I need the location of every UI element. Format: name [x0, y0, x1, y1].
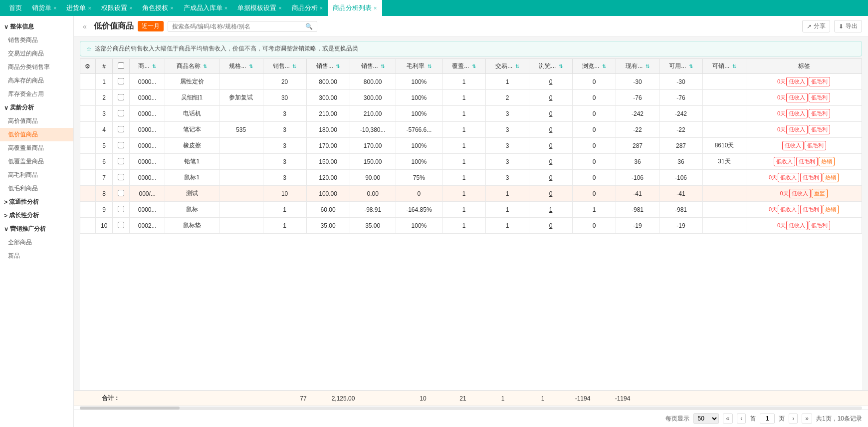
sidebar-group-flow[interactable]: > 流通性分析 [0, 195, 73, 209]
close-icon[interactable]: × [129, 5, 132, 11]
td-checkbox[interactable] [113, 186, 130, 202]
export-button[interactable]: ⬇ 导出 [834, 20, 862, 32]
sidebar-item-traded-goods[interactable]: 交易过的商品 [0, 47, 73, 60]
browse1-link[interactable]: 1 [549, 206, 553, 213]
th-stock[interactable]: 现有... ⇅ [616, 59, 659, 74]
sidebar-item-high-margin[interactable]: 高毛利商品 [0, 168, 73, 182]
th-code[interactable]: 商... ⇅ [130, 59, 165, 74]
th-sales3[interactable]: 销售... ⇅ [350, 59, 396, 74]
th-sales2[interactable]: 销售... ⇅ [306, 59, 350, 74]
nav-sales[interactable]: 销货单 × [27, 0, 61, 16]
last-page-btn[interactable]: » [802, 414, 812, 424]
nav-home[interactable]: 首页 [4, 0, 27, 16]
td-browse1[interactable]: 0 [529, 106, 573, 122]
td-checkbox[interactable] [113, 74, 130, 90]
td-browse1[interactable]: 0 [529, 154, 573, 170]
td-checkbox[interactable] [113, 170, 130, 186]
sidebar-item-category-sales[interactable]: 商品分类销售率 [0, 60, 73, 74]
td-checkbox[interactable] [113, 122, 130, 138]
sidebar-item-low-margin[interactable]: 低毛利商品 [0, 182, 73, 195]
prev-page-btn[interactable]: ‹ [737, 414, 746, 424]
th-checkbox[interactable] [113, 59, 130, 74]
close-icon[interactable]: × [224, 5, 227, 11]
th-settings[interactable]: ⚙ [80, 59, 96, 74]
browse1-link[interactable]: 0 [549, 190, 553, 197]
row-checkbox[interactable] [118, 222, 124, 228]
sidebar-group-marketing[interactable]: ∨ 营销推广分析 [0, 222, 73, 236]
td-checkbox[interactable] [113, 138, 130, 154]
th-name[interactable]: 商品名称 ⇅ [165, 59, 219, 74]
row-checkbox[interactable] [118, 94, 124, 100]
row-checkbox[interactable] [118, 190, 124, 196]
td-browse1[interactable]: 0 [529, 122, 573, 138]
next-page-btn[interactable]: › [789, 414, 798, 424]
sidebar-item-capital[interactable]: 库存资金占用 [0, 87, 73, 101]
th-sales1[interactable]: 销售... ⇅ [263, 59, 306, 74]
browse1-link[interactable]: 0 [549, 142, 553, 149]
td-checkbox[interactable] [113, 218, 130, 234]
th-margin[interactable]: 毛利率 ⇅ [396, 59, 442, 74]
close-icon[interactable]: × [88, 5, 91, 11]
nav-goods-analysis[interactable]: 商品分析 × [287, 0, 328, 16]
browse1-link[interactable]: 0 [549, 94, 553, 101]
sidebar-item-low-coverage[interactable]: 低覆盖量商品 [0, 155, 73, 168]
sidebar-item-low-value[interactable]: 低价值商品 [0, 128, 73, 141]
th-coverage[interactable]: 覆盖... ⇅ [442, 59, 486, 74]
close-icon[interactable]: × [53, 5, 56, 11]
td-browse1[interactable]: 0 [529, 186, 573, 202]
browse1-link[interactable]: 0 [549, 174, 553, 181]
sidebar-item-high-value[interactable]: 高价值商品 [0, 114, 73, 128]
browse1-link[interactable]: 0 [549, 222, 553, 229]
td-browse1[interactable]: 0 [529, 138, 573, 154]
td-browse1[interactable]: 0 [529, 90, 573, 106]
browse1-link[interactable]: 0 [549, 126, 553, 133]
sidebar-group-overall[interactable]: ∨ 整体信息 [0, 20, 73, 33]
select-all-checkbox[interactable] [118, 62, 124, 69]
sidebar-group-age[interactable]: ∨ 卖龄分析 [0, 101, 73, 114]
td-browse1[interactable]: 0 [529, 170, 573, 186]
search-input[interactable] [172, 23, 303, 30]
row-checkbox[interactable] [118, 158, 124, 164]
close-icon[interactable]: × [374, 5, 377, 11]
nav-role-auth[interactable]: 角色授权 × [137, 0, 178, 16]
search-icon[interactable]: 🔍 [305, 23, 313, 30]
td-checkbox[interactable] [113, 106, 130, 122]
sidebar-item-high-inventory[interactable]: 高库存的商品 [0, 74, 73, 87]
scrollbar-thumb[interactable] [80, 407, 180, 410]
row-checkbox[interactable] [118, 126, 124, 132]
td-browse1[interactable]: 1 [529, 202, 573, 218]
first-page-btn[interactable]: « [723, 414, 733, 424]
td-checkbox[interactable] [113, 154, 130, 170]
collapse-sidebar-btn[interactable]: « [80, 21, 90, 31]
row-checkbox[interactable] [118, 110, 124, 116]
th-browse2[interactable]: 浏览... ⇅ [573, 59, 616, 74]
nav-template[interactable]: 单据模板设置 × [232, 0, 286, 16]
nav-purchase[interactable]: 进货单 × [61, 0, 96, 16]
page-size-select[interactable]: 50 100 [693, 413, 719, 424]
sidebar-group-growth[interactable]: > 成长性分析 [0, 209, 73, 222]
browse1-link[interactable]: 0 [549, 158, 553, 165]
row-checkbox[interactable] [118, 142, 124, 148]
th-browse1[interactable]: 浏览... ⇅ [529, 59, 573, 74]
close-icon[interactable]: × [320, 5, 323, 11]
horizontal-scrollbar[interactable] [74, 406, 868, 410]
row-checkbox[interactable] [118, 78, 124, 84]
close-icon[interactable]: × [278, 5, 281, 11]
td-checkbox[interactable] [113, 90, 130, 106]
td-checkbox[interactable] [113, 202, 130, 218]
share-button[interactable]: ↗ 分享 [802, 20, 830, 32]
row-checkbox[interactable] [118, 174, 124, 180]
page-input[interactable] [760, 414, 775, 424]
th-spec[interactable]: 规格... ⇅ [219, 59, 263, 74]
sidebar-item-high-coverage[interactable]: 高覆盖量商品 [0, 141, 73, 155]
sidebar-item-all-goods[interactable]: 全部商品 [0, 236, 73, 249]
browse1-link[interactable]: 0 [549, 110, 553, 117]
td-browse1[interactable]: 0 [529, 218, 573, 234]
nav-goods-analysis-list[interactable]: 商品分析列表 × [328, 0, 382, 16]
row-checkbox[interactable] [118, 206, 124, 212]
td-browse1[interactable]: 0 [529, 74, 573, 90]
th-trade[interactable]: 交易... ⇅ [486, 59, 529, 74]
time-range-tag[interactable]: 近一月 [138, 21, 164, 31]
sidebar-item-new-goods[interactable]: 新品 [0, 249, 73, 263]
th-avail[interactable]: 可用... ⇅ [659, 59, 703, 74]
